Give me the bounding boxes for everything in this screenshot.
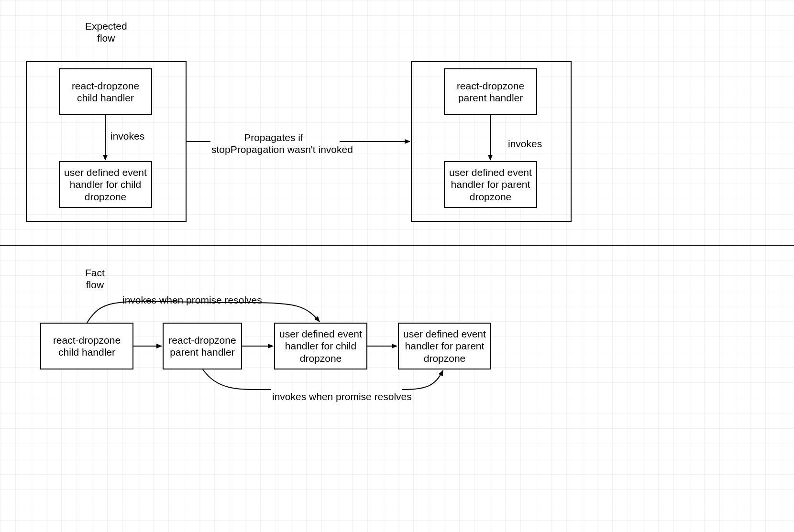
expected-parent-box2-text: user defined event handler for parent dr… [449,166,532,203]
fact-box2-text: react-dropzone parent handler [168,334,236,358]
expected-child-box2: user defined event handler for child dro… [59,161,152,208]
diagram-canvas: Expected flow react-dropzone child handl… [0,0,794,532]
fact-box1: react-dropzone child handler [40,323,133,369]
expected-child-invokes-label: invokes [110,130,144,142]
expected-flow-title: Expected flow [85,20,127,44]
fact-box4: user defined event handler for parent dr… [398,323,491,369]
propagate-label: Propagates if stopPropagation wasn't inv… [211,131,336,155]
expected-parent-box2: user defined event handler for parent dr… [444,161,537,208]
expected-parent-box1-text: react-dropzone parent handler [457,80,524,104]
curve-fact-bottom-right [402,370,443,390]
fact-flow-title: Fact flow [85,267,105,291]
fact-box3: user defined event handler for child dro… [274,323,367,369]
fact-curve-bottom-label: invokes when promise resolves [272,391,412,402]
fact-box4-text: user defined event handler for parent dr… [403,328,486,364]
fact-box3-text: user defined event handler for child dro… [279,328,362,364]
expected-child-box2-text: user defined event handler for child dro… [64,166,147,203]
curve-fact-bottom-left [203,369,271,390]
expected-child-box1-text: react-dropzone child handler [72,80,139,104]
fact-box2: react-dropzone parent handler [163,323,242,369]
section-divider [0,245,794,246]
fact-box1-text: react-dropzone child handler [53,334,121,358]
expected-child-box1: react-dropzone child handler [59,68,152,115]
fact-curve-top-label: invokes when promise resolves [122,294,262,306]
expected-parent-invokes-label: invokes [508,138,542,150]
expected-parent-box1: react-dropzone parent handler [444,68,537,115]
